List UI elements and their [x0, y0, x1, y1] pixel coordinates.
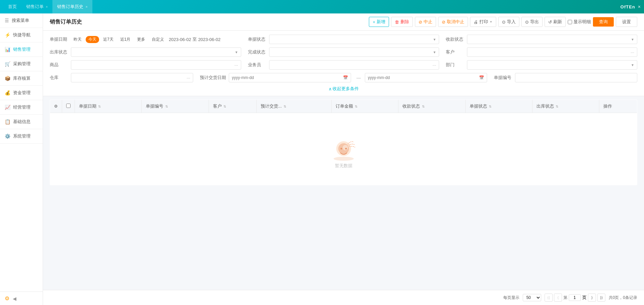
out-status-select[interactable]: ▼: [71, 47, 241, 57]
bill-no-text-input[interactable]: [518, 75, 634, 80]
date-tab-1month[interactable]: 近1月: [118, 36, 133, 43]
brand-label: OfTEn: [620, 4, 635, 9]
calendar-from-icon[interactable]: 📅: [343, 75, 348, 80]
customer-label: 客户: [446, 49, 464, 55]
delete-button[interactable]: 🗑 删除: [391, 17, 413, 27]
expected-date-from[interactable]: 📅: [229, 73, 351, 82]
expected-date-to-input[interactable]: [368, 75, 479, 80]
topbar-close-icon[interactable]: ×: [638, 4, 641, 9]
calendar-to-icon[interactable]: 📅: [479, 75, 484, 80]
page-size-select[interactable]: 20 50 100 200: [523, 294, 541, 301]
th-out-status[interactable]: 出库状态 ⇅: [532, 100, 599, 113]
page-number-input[interactable]: [569, 294, 581, 301]
select-all-checkbox[interactable]: [66, 104, 71, 108]
table-header: ⚙ 单据日期 ⇅ 单据编号 ⇅ 客户 ⇅: [50, 100, 637, 113]
sidebar-item-base-info[interactable]: 📋 基础信息: [0, 115, 43, 129]
date-tab-more[interactable]: 更多: [134, 36, 148, 43]
th-bill-no[interactable]: 单据编号 ⇅: [142, 100, 209, 113]
tab-sales-order-history[interactable]: 销售订单历史 ×: [52, 0, 92, 13]
collapse-filters-btn[interactable]: ∧ 收起更多条件: [329, 86, 359, 92]
goods-ellipsis[interactable]: ···: [234, 63, 238, 68]
tab-home[interactable]: 首页: [3, 0, 22, 13]
th-order-amount[interactable]: 订单金额 ⇅: [331, 100, 398, 113]
receipt-status-select[interactable]: ▼: [467, 35, 637, 44]
th-check[interactable]: [62, 100, 75, 113]
set-button[interactable]: 设置: [616, 17, 637, 27]
bill-no-input[interactable]: [515, 73, 637, 82]
date-tab-today[interactable]: 今天: [86, 36, 99, 43]
out-status-chevron: ▼: [235, 50, 238, 54]
tab-sales-order-close[interactable]: ×: [46, 5, 48, 9]
stop-button[interactable]: ⊘ 中止: [415, 17, 436, 27]
tab-sales-order-label: 销售订单: [26, 4, 44, 10]
warehouse-input[interactable]: ···: [71, 73, 193, 82]
table-body: 暂无数据: [50, 113, 637, 185]
last-page-button[interactable]: ⟩⟩: [597, 294, 605, 302]
th-bill-date[interactable]: 单据日期 ⇅: [75, 100, 142, 113]
sidebar-item-purchase-mgmt[interactable]: 🛒 采购管理: [0, 57, 43, 71]
next-page-button[interactable]: ⟩: [588, 294, 596, 302]
filter-receipt-status: 收款状态 ▼: [446, 35, 637, 44]
export-label: 导出: [530, 19, 539, 25]
sidebar-item-search-menu[interactable]: ☰ 搜索菜单: [0, 13, 43, 28]
date-tab-7days[interactable]: 近7天: [100, 36, 116, 43]
sidebar-item-ops-mgmt[interactable]: 📈 经营管理: [0, 100, 43, 115]
complete-status-label: 完成状态: [248, 49, 266, 55]
cancel-stop-button[interactable]: ⊘ 取消中止: [438, 17, 468, 27]
customer-ellipsis[interactable]: ···: [631, 50, 634, 55]
query-button[interactable]: 查询: [593, 17, 614, 27]
sys-mgmt-icon: ⚙️: [5, 134, 10, 139]
sidebar-item-finance-mgmt[interactable]: 💰 资金管理: [0, 86, 43, 100]
dept-select[interactable]: ▼: [467, 60, 637, 70]
bill-no-label: 单据编号: [494, 75, 512, 81]
stop-icon: ⊘: [419, 20, 422, 25]
dept-label: 部门: [446, 62, 464, 68]
page-nav: ⟨⟨ ⟨ 第 页 ⟩ ⟩⟩: [545, 294, 605, 302]
header-row: ⚙ 单据日期 ⇅ 单据编号 ⇅ 客户 ⇅: [50, 100, 637, 113]
sidebar-item-sys-mgmt[interactable]: ⚙️ 系统管理: [0, 129, 43, 144]
th-customer[interactable]: 客户 ⇅: [209, 100, 256, 113]
date-tab-custom[interactable]: 自定义: [149, 36, 167, 43]
filter-bill-status: 单据状态 ▼: [248, 35, 439, 44]
complete-status-chevron: ▼: [433, 50, 436, 54]
settings-bottom-icon[interactable]: ⚙: [5, 295, 9, 302]
salesperson-input[interactable]: ···: [269, 60, 439, 70]
out-status-label: 出库状态: [50, 49, 68, 55]
show-details-input[interactable]: [568, 20, 572, 24]
refresh-button[interactable]: ↺ 刷新: [545, 17, 566, 27]
expected-date-to[interactable]: 📅: [365, 73, 487, 82]
bill-status-select[interactable]: ▼: [269, 35, 439, 44]
th-bill-status[interactable]: 单据状态 ⇅: [465, 100, 532, 113]
sidebar-item-sales-mgmt[interactable]: 📊 销售管理: [0, 42, 43, 57]
show-details-checkbox[interactable]: 显示明细: [568, 19, 591, 25]
warehouse-ellipsis[interactable]: ···: [186, 75, 190, 80]
print-icon: 🖨: [474, 20, 478, 25]
new-button[interactable]: + 新增: [369, 17, 389, 27]
expected-date-from-input[interactable]: [232, 75, 343, 80]
sidebar-bottom: ⚙ ◀: [0, 292, 43, 305]
salesperson-ellipsis[interactable]: ···: [433, 63, 436, 68]
customer-input[interactable]: ···: [467, 47, 637, 57]
tab-sales-order[interactable]: 销售订单 ×: [22, 0, 52, 13]
prev-page-button[interactable]: ⟨: [554, 294, 562, 302]
filter-out-status: 出库状态 ▼: [50, 47, 241, 57]
tab-sales-order-history-close[interactable]: ×: [85, 5, 87, 9]
complete-status-select[interactable]: ▼: [269, 47, 439, 57]
goods-input[interactable]: ···: [71, 60, 241, 70]
th-receipt-status[interactable]: 收款状态 ⇅: [398, 100, 465, 113]
import-button[interactable]: ⊙ 导入: [498, 17, 519, 27]
print-button[interactable]: 🖨 打印 ▼: [470, 17, 496, 27]
filter-expected-date: 预计交货日期 📅 — 📅: [200, 73, 487, 82]
th-expected-date[interactable]: 预计交货... ⇅: [256, 100, 331, 113]
collapse-sidebar-icon[interactable]: ◀: [13, 296, 16, 301]
total-info: 共0页，0条记录: [609, 295, 637, 301]
print-dropdown-icon: ▼: [489, 20, 492, 24]
date-tab-yesterday[interactable]: 昨天: [71, 36, 84, 43]
sidebar-item-stock-calc[interactable]: 📦 库存核算: [0, 71, 43, 86]
delete-icon: 🗑: [395, 20, 399, 25]
sidebar-item-quick-nav[interactable]: ⚡ 快捷导航: [0, 28, 43, 42]
th-settings[interactable]: ⚙: [50, 100, 62, 113]
export-button[interactable]: ⊙ 导出: [521, 17, 543, 27]
first-page-button[interactable]: ⟨⟨: [545, 294, 553, 302]
date-separator: 至: [192, 36, 197, 42]
